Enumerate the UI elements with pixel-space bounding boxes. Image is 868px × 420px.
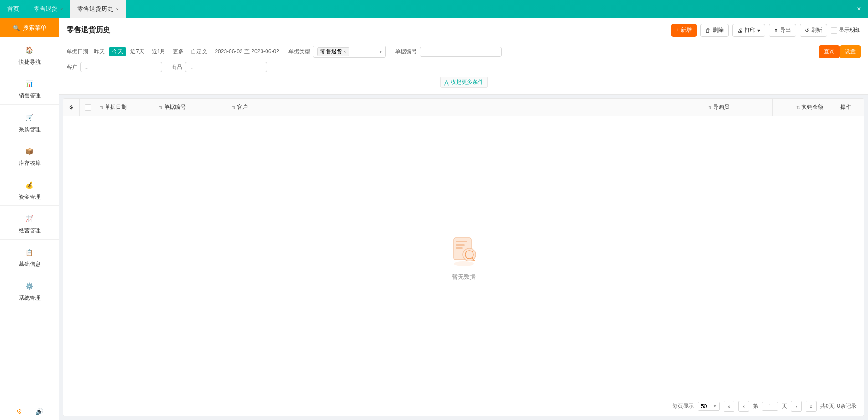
date-btn-more[interactable]: 更多 <box>170 47 186 56</box>
tab-return-label: 零售退货 <box>34 5 57 13</box>
th-guide-label: 导购员 <box>713 103 729 111</box>
settings-gear-icon[interactable]: ⚙ <box>14 406 25 417</box>
column-settings-icon: ⚙ <box>69 104 74 111</box>
sort-amount-icon: ⇅ <box>796 105 800 110</box>
empty-text: 暂无数据 <box>452 273 476 281</box>
tab-home[interactable]: 首页 <box>0 0 26 18</box>
svg-point-5 <box>463 248 476 261</box>
sort-customer-icon: ⇅ <box>232 105 236 110</box>
sidebar-item-system-label: 系统管理 <box>19 294 41 302</box>
doc-type-tag-close[interactable]: × <box>344 49 346 54</box>
sidebar-search[interactable]: 🔍 搜索菜单 <box>0 18 59 37</box>
export-button-label: 导出 <box>780 26 791 34</box>
finance-icon: 💰 <box>23 179 36 191</box>
query-button[interactable]: 查询 <box>819 45 840 58</box>
th-amount[interactable]: ⇅ 实销金额 <box>773 99 827 116</box>
refresh-button[interactable]: ↺ 刷新 <box>800 24 827 37</box>
th-docno[interactable]: ⇅ 单据编号 <box>155 99 228 116</box>
sidebar-item-inventory[interactable]: 📦 库存核算 <box>0 138 59 172</box>
display-toggle[interactable]: 显示明细 <box>831 26 861 34</box>
total-records: 共0页, 0条记录 <box>820 402 857 410</box>
page-title: 零售退货历史 <box>67 26 110 35</box>
svg-rect-3 <box>456 244 465 246</box>
doc-no-input[interactable] <box>420 47 502 57</box>
page-size-select[interactable]: 50 100 200 <box>698 402 720 411</box>
page-number-input[interactable] <box>762 402 778 411</box>
goods-label: 商品 <box>171 63 182 71</box>
settings-button[interactable]: 设置 <box>840 45 861 58</box>
sidebar-item-sales-mgmt[interactable]: 📊 销售管理 <box>0 71 59 105</box>
first-page-button[interactable]: « <box>724 401 734 412</box>
empty-state: 暂无数据 <box>63 116 864 396</box>
table-container: ⚙ ⇅ 单据日期 ⇅ 单据编号 ⇅ 客户 ⇅ <box>63 98 864 416</box>
prev-page-button[interactable]: ‹ <box>738 401 749 412</box>
customer-input[interactable]: ... <box>80 62 162 72</box>
sidebar-item-finance[interactable]: 💰 资金管理 <box>0 172 59 206</box>
doc-type-filter-item: 单据类型 零售退货 × ▾ <box>288 46 386 58</box>
date-btn-custom[interactable]: 自定义 <box>188 47 210 56</box>
sort-guide-icon: ⇅ <box>708 105 712 110</box>
export-icon: ⬆ <box>774 27 778 34</box>
filter-row-2: 客户 ... 商品 ... <box>67 62 861 72</box>
search-icon: 🔍 <box>13 25 20 31</box>
print-button[interactable]: 🖨 打印 ▾ <box>732 24 765 37</box>
sidebar-item-sales-mgmt-label: 销售管理 <box>19 92 41 100</box>
delete-button[interactable]: 🗑 删除 <box>700 24 729 37</box>
doc-type-label: 单据类型 <box>288 48 310 56</box>
page-size-label: 每页显示 <box>672 402 694 410</box>
pagination-bar: 每页显示 50 100 200 « ‹ 第 页 › » 共0页, 0条记录 <box>63 396 864 416</box>
print-dropdown-icon: ▾ <box>757 27 760 34</box>
new-button-label: + 新增 <box>676 26 692 34</box>
page-no-prefix: 第 <box>753 402 758 410</box>
sidebar-item-basic-info[interactable]: 📋 基础信息 <box>0 240 59 273</box>
filter-area: 单据日期 昨天 今天 近7天 近1月 更多 自定义 2023-06-02 至 2… <box>67 41 861 94</box>
display-checkbox[interactable] <box>831 27 837 34</box>
svg-rect-2 <box>456 241 467 242</box>
select-all-checkbox[interactable] <box>85 104 91 111</box>
doc-type-select[interactable]: 零售退货 × ▾ <box>313 46 386 58</box>
tab-home-label: 首页 <box>7 5 19 13</box>
export-button[interactable]: ⬆ 导出 <box>769 24 796 37</box>
tab-return-close[interactable]: × <box>60 6 63 12</box>
sidebar-item-quick-nav[interactable]: 🏠 快捷导航 <box>0 37 59 71</box>
tab-bar: 首页 零售退货 × 零售退货历史 × <box>0 0 850 18</box>
tab-return-history[interactable]: 零售退货历史 × <box>70 0 126 18</box>
sidebar-item-system[interactable]: ⚙️ 系统管理 <box>0 273 59 307</box>
sidebar-bottom: ⚙ 🔊 <box>0 402 59 420</box>
th-customer[interactable]: ⇅ 客户 <box>228 99 704 116</box>
date-btn-7days[interactable]: 近7天 <box>128 47 147 56</box>
sidebar-item-inventory-label: 库存核算 <box>19 159 41 167</box>
doc-type-tag: 零售退货 × <box>317 47 349 56</box>
page-title-bar: 零售退货历史 + 新增 🗑 删除 🖨 打印 ▾ ⬆ <box>67 24 861 37</box>
date-btn-today[interactable]: 今天 <box>109 47 126 56</box>
doc-type-dropdown-icon: ▾ <box>380 49 382 54</box>
toolbar: + 新增 🗑 删除 🖨 打印 ▾ ⬆ 导出 <box>671 24 861 37</box>
goods-filter-item: 商品 ... <box>171 62 267 72</box>
new-button[interactable]: + 新增 <box>671 24 697 37</box>
th-settings[interactable]: ⚙ <box>63 99 80 116</box>
date-filter-item: 单据日期 昨天 今天 近7天 近1月 更多 自定义 2023-06-02 至 2… <box>67 47 279 56</box>
tab-return[interactable]: 零售退货 × <box>26 0 70 18</box>
table-header: ⚙ ⇅ 单据日期 ⇅ 单据编号 ⇅ 客户 ⇅ <box>63 99 864 116</box>
date-btn-1month[interactable]: 近1月 <box>149 47 169 56</box>
date-btn-yesterday[interactable]: 昨天 <box>91 47 108 56</box>
th-date[interactable]: ⇅ 单据日期 <box>96 99 155 116</box>
refresh-button-label: 刷新 <box>811 26 822 34</box>
last-page-button[interactable]: » <box>806 401 817 412</box>
next-page-button[interactable]: › <box>791 401 802 412</box>
collapse-button[interactable]: ⋀ 收起更多条件 <box>440 77 488 88</box>
tab-return-history-close[interactable]: × <box>116 6 118 12</box>
goods-input[interactable]: ... <box>185 62 267 72</box>
customer-label: 客户 <box>67 63 77 71</box>
speaker-icon[interactable]: 🔊 <box>34 406 45 417</box>
refresh-icon: ↺ <box>805 27 809 34</box>
date-filter-label: 单据日期 <box>67 48 88 56</box>
th-guide[interactable]: ⇅ 导购员 <box>704 99 773 116</box>
goods-placeholder: ... <box>189 64 194 70</box>
customer-placeholder: ... <box>84 64 89 70</box>
sidebar-item-operations[interactable]: 📈 经营管理 <box>0 206 59 240</box>
window-close-button[interactable]: × <box>850 0 868 18</box>
date-range-display: 2023-06-02 至 2023-06-02 <box>215 48 279 56</box>
th-checkbox[interactable] <box>80 99 96 116</box>
sidebar-item-purchase-mgmt[interactable]: 🛒 采购管理 <box>0 105 59 138</box>
